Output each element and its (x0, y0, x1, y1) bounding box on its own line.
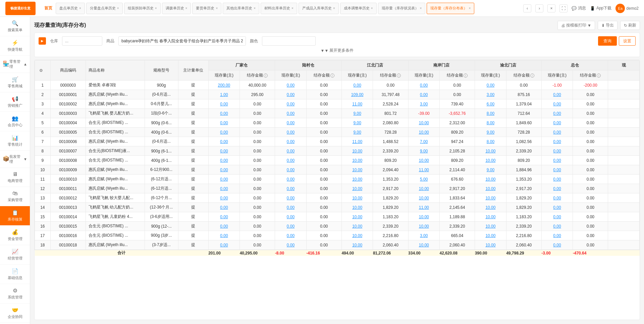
table-row: 200100001惠氏启赋 (Wyeth illu...(0-6月适...提1.… (35, 90, 640, 99)
col-unit-header: 主计量单位 (178, 60, 208, 81)
col-lucun-amt: 结存金额i (306, 71, 341, 81)
sidebar-item-basics[interactable]: 📄 基础信息 (0, 265, 30, 284)
quicknav-icon: ⚡ (12, 40, 18, 46)
settings-gear-icon[interactable]: ⚙ (38, 67, 44, 74)
message-btn[interactable]: 💬 消息 (572, 5, 586, 11)
refresh-btn[interactable]: ↻ 刷新 (620, 21, 640, 30)
tab-zuzhuang[interactable]: 组装拆卸单历史 × (124, 3, 161, 14)
tab-close-btn[interactable]: × (547, 4, 555, 12)
page-header: 现存量查询(库存分布) 🖨 按模板打印 ▼ ⬇ 导出 ↻ 刷新 (34, 21, 640, 30)
top-bar: 畅捷通好生意 首页 盘点单历史 × 分量盘点单历史 × 组装拆卸单历史 × 调拨… (0, 0, 644, 17)
sidebar-item-retailstat[interactable]: 📊 零售统计 (0, 131, 30, 151)
table-row: 1200100011惠氏启赋 (Wyeth illu...(6-12月适...提… (35, 184, 640, 193)
sidebar-label-purchase: 采购管理 (8, 197, 22, 202)
tab-diaob[interactable]: 调拨单历史 × (162, 3, 191, 14)
basics-icon: 📄 (12, 268, 18, 274)
col-jiangbei-qty: 现存量(主) (341, 71, 373, 81)
tab-kucun-status[interactable]: 现存量（库存状况表） × (378, 3, 426, 14)
changjia-info-icon[interactable]: i (264, 74, 268, 78)
inventory-table: ⚙ 商品编码 商品名称 规格型号 主计量单位 厂家仓 陆村仓 江北门店 南岸门店… (35, 60, 640, 256)
sidebar-label-quicknav: 快捷导航 (8, 47, 22, 52)
sidebar-item-system[interactable]: ⚙ 系统管理 (0, 284, 30, 304)
col-nanan-header: 南岸门店 (408, 60, 475, 71)
sidebar-item-collab[interactable]: 🤝 企业协同 (0, 304, 30, 323)
col-yubei-amt: 结存金额i (506, 71, 541, 81)
sidebar-item-finance[interactable]: 💰 资金管理 (0, 226, 30, 245)
table-row: 10000003爱他美 卓睿3段900g提200.0040,000.000.00… (35, 81, 640, 90)
jiangbei-info-icon[interactable]: i (397, 74, 401, 78)
tab-prev-btn[interactable]: ‹ (523, 4, 531, 12)
settings-btn[interactable]: 设置 (619, 36, 636, 46)
user-menu[interactable]: Ea demo2 (615, 4, 639, 13)
tab-kucun-dist[interactable]: 现存量（库存分布表） × (427, 3, 474, 14)
expand-conditions-btn[interactable]: ▼▼ 展开更多条件 (321, 48, 354, 53)
sidebar-item-shop[interactable]: 🛒 零售商城 (0, 73, 30, 92)
filter-collapse-btn[interactable]: ► (39, 37, 46, 45)
avatar: Ea (615, 4, 625, 13)
col-lucun-qty: 现存量(主) (275, 71, 306, 81)
tab-chancheng[interactable]: 产成品入库单历史 × (299, 3, 339, 14)
tab-home[interactable]: 首页 (41, 5, 56, 11)
table-row: 1600100015合生元 (BIOSTIME) ...900g (12-...… (35, 222, 640, 231)
sidebar-item-inventory[interactable]: 📋 库存核算 (0, 206, 30, 226)
tab-fenliang[interactable]: 分量盘点单历史 × (86, 3, 123, 14)
sidebar-item-ecom[interactable]: 🖥 电商管理 (0, 168, 30, 187)
finance-icon: 💰 (12, 229, 18, 235)
tab-next-btn[interactable]: › (535, 4, 543, 12)
sidebar-item-search[interactable]: 🔍 搜索英单 (0, 17, 30, 36)
col-current-qty (608, 71, 640, 81)
retail-icon: 🏪 (3, 60, 9, 67)
tab-expand-btn[interactable]: ⛶ (559, 4, 568, 12)
operations-icon: 📈 (12, 248, 18, 255)
tab-yaohuo[interactable]: 要货单历史 × (192, 3, 221, 14)
col-changjia-amt: 结存金额i (240, 71, 275, 81)
collab-icon: 🤝 (12, 307, 18, 313)
sidebar-item-marketing[interactable]: 📢 营销推广 (0, 92, 30, 112)
col-name-header: 商品名称 (86, 60, 145, 81)
warehouse-label: 仓库 (50, 38, 58, 44)
sidebar-item-member[interactable]: 👥 会员中心 (0, 112, 30, 131)
app-icon: 📱 (590, 6, 595, 11)
zong-info-icon[interactable]: i (597, 74, 601, 78)
sidebar-label-shop: 零售商城 (8, 84, 22, 89)
tab-pandian[interactable]: 盘点单历史 × (56, 3, 85, 14)
lucun-info-icon[interactable]: i (330, 74, 334, 78)
purchase-icon: 🛍 (12, 190, 18, 196)
sidebar-item-quicknav[interactable]: ⚡ 快捷导航 (0, 36, 30, 56)
table-row: 600100005合生元 (BIOSTIME) ...400g (0-6...提… (35, 128, 640, 137)
sidebar-label-ecom: 电商管理 (8, 178, 22, 183)
table-row: 1800100018惠氏启赋 (Wyeth illu...(3-7岁适...提0… (35, 240, 640, 250)
color-input[interactable] (262, 36, 316, 46)
table-row: 1300100012飞鹤星飞帆 较大婴儿配...(6-12个月...提0.000… (35, 193, 640, 203)
main-content: 现存量查询(库存分布) 🖨 按模板打印 ▼ ⬇ 导出 ↻ 刷新 ► 仓库 商品 (30, 17, 644, 324)
export-btn[interactable]: ⬇ 导出 (598, 21, 618, 30)
tab-qitachu[interactable]: 其他出库单历史 × (223, 3, 259, 14)
retailstat-icon: 📊 (12, 135, 18, 141)
sidebar-item-operations[interactable]: 📈 经营管理 (0, 245, 30, 265)
sidebar-item-retail[interactable]: 🏪 零售管理 ▲ (0, 56, 30, 73)
sidebar-item-purchase[interactable]: 🛍 采购管理 (0, 187, 30, 206)
expand-icon: ▼▼ (321, 48, 329, 53)
nanan-info-icon[interactable]: i (464, 74, 468, 78)
col-changjia-header: 厂家仓 (208, 60, 275, 71)
warehouse-input[interactable] (62, 36, 102, 46)
wholesale-icon: 📦 (3, 155, 9, 162)
table-footer-row: 合计201.0040,295.00-8.00-416.16494.0081,27… (35, 250, 640, 256)
col-yubei-header: 渝北门店 (475, 60, 542, 71)
col-settings-header[interactable]: ⚙ (35, 60, 51, 81)
app-download-btn[interactable]: 📱 App下载 (590, 5, 611, 11)
sidebar-label-member: 会员中心 (8, 123, 22, 128)
col-jiangbei-header: 江北门店 (341, 60, 408, 71)
search-btn[interactable]: 查询 (598, 36, 617, 46)
print-btn[interactable]: 🖨 按模板打印 ▼ (557, 21, 595, 30)
product-input[interactable] (118, 36, 246, 46)
sidebar-label-system: 系统管理 (8, 295, 22, 300)
inventory-icon: 📋 (12, 210, 18, 216)
yubei-info-icon[interactable]: i (530, 74, 534, 78)
sidebar-item-wholesale[interactable]: 📦 批发管理 ▼ (0, 151, 30, 168)
print-dropdown-icon: ▼ (587, 23, 591, 28)
page-actions: 🖨 按模板打印 ▼ ⬇ 导出 ↻ 刷新 (557, 21, 640, 30)
tab-chengben[interactable]: 成本调整单历史 × (340, 3, 377, 14)
username-label: demo2 (626, 6, 639, 11)
tab-cailiaochu[interactable]: 材料出库单历史 × (261, 3, 297, 14)
